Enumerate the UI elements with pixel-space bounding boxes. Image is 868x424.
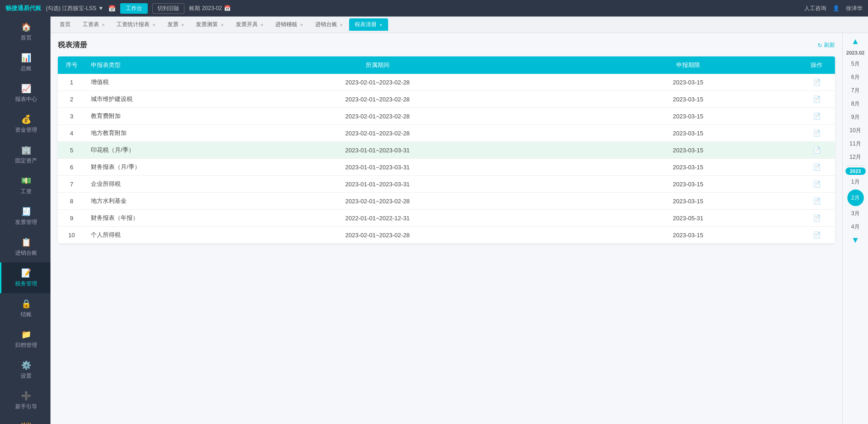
cell-deadline: 2023-05-31 xyxy=(578,210,798,227)
sidebar-item-reports[interactable]: 📈 报表中心 xyxy=(0,78,50,109)
tab-invoice-open-label: 发票开具 xyxy=(236,21,258,28)
content-area: 首页 工资表 × 工资统计报表 × 发票 × 发票测算 × 发票开具 × xyxy=(50,17,868,424)
cell-actions[interactable]: 📄 xyxy=(798,142,835,159)
tab-invoice-calc-label: 发票测算 xyxy=(196,21,218,28)
col-period: 所属期间 xyxy=(177,56,578,74)
table-row: 2 城市维护建设税 2023-02-01~2023-02-28 2023-03-… xyxy=(58,91,835,108)
sidebar-item-invoices[interactable]: 🧾 发票管理 xyxy=(0,201,50,232)
table-row: 5 印花税（月/季） 2023-01-01~2023-03-31 2023-03… xyxy=(58,142,835,159)
company-dropdown-icon[interactable]: ▼ xyxy=(98,5,104,11)
cell-actions[interactable]: 📄 xyxy=(798,108,835,125)
tab-sales-check[interactable]: 进销稽核 × xyxy=(270,18,308,31)
table-row: 7 企业所得税 2023-01-01~2023-03-31 2023-03-15… xyxy=(58,176,835,193)
action-icon[interactable]: 📄 xyxy=(813,78,821,86)
action-icon[interactable]: 📄 xyxy=(813,180,821,188)
page-title: 税表清册 xyxy=(58,40,87,50)
ai-consult[interactable]: 人工咨询 xyxy=(804,5,826,12)
sidebar-label-invoices: 发票管理 xyxy=(15,218,37,226)
cell-period: 2023-02-01~2023-02-28 xyxy=(177,108,578,125)
cell-period: 2023-02-01~2023-02-28 xyxy=(177,227,578,244)
picker-month-10[interactable]: 10月 xyxy=(846,124,866,137)
sidebar-item-tax[interactable]: 📝 税务管理 xyxy=(0,262,50,293)
action-icon[interactable]: 📄 xyxy=(813,112,821,120)
sidebar-item-wages[interactable]: 💵 工资 xyxy=(0,170,50,201)
action-icon[interactable]: 📄 xyxy=(813,95,821,103)
tab-tax-register-label: 税表清册 xyxy=(355,21,377,28)
sidebar-item-sales-purchase[interactable]: 📋 进销台账 xyxy=(0,232,50,262)
cell-actions[interactable]: 📄 xyxy=(798,91,835,108)
cell-actions[interactable]: 📄 xyxy=(798,74,835,91)
picker-chevron-down[interactable]: ▼ xyxy=(850,234,862,247)
action-icon[interactable]: 📄 xyxy=(813,197,821,205)
member-icon: 👑 xyxy=(21,422,31,424)
sales-purchase-icon: 📋 xyxy=(21,237,31,247)
picker-2023-month-4[interactable]: 4月 xyxy=(846,221,866,233)
picker-2023-month-1[interactable]: 1月 xyxy=(846,176,866,188)
picker-month-12[interactable]: 12月 xyxy=(846,151,866,163)
company-selector[interactable]: (勾选) 江西腺宝-LSS ▼ xyxy=(46,5,104,12)
sidebar-item-funds[interactable]: 💰 资金管理 xyxy=(0,109,50,139)
sidebar-item-fixed-assets[interactable]: 🏢 固定资产 xyxy=(0,139,50,170)
picker-chevron-up[interactable]: ▲ xyxy=(850,35,862,48)
picker-month-6[interactable]: 6月 xyxy=(846,71,866,84)
tab-invoice-open-close[interactable]: × xyxy=(261,22,263,28)
sidebar-label-funds: 资金管理 xyxy=(15,126,37,134)
sidebar-item-guide[interactable]: ➕ 新手引导 xyxy=(0,385,50,416)
sidebar-label-sales-purchase: 进销台账 xyxy=(15,249,37,257)
action-icon[interactable]: 📄 xyxy=(813,231,821,239)
sidebar-item-home[interactable]: 🏠 首页 xyxy=(0,17,50,47)
tab-invoice[interactable]: 发票 × xyxy=(162,18,189,31)
tab-wages-stats-close[interactable]: × xyxy=(152,22,155,28)
picker-2023-month-2[interactable]: 2月 xyxy=(847,190,864,206)
sidebar-label-archive: 归档管理 xyxy=(15,341,37,349)
cell-actions[interactable]: 📄 xyxy=(798,227,835,244)
tab-home[interactable]: 首页 xyxy=(54,18,76,31)
workbench-button[interactable]: 工作台 xyxy=(120,3,148,14)
tab-invoice-calc-close[interactable]: × xyxy=(221,22,223,28)
top-bar: 畅捷通易代账 (勾选) 江西腺宝-LSS ▼ 📅 工作台 切到旧版 账期 202… xyxy=(0,0,868,17)
tab-wages-table-close[interactable]: × xyxy=(102,22,105,28)
main-panel: 税表清册 ↻ 刷新 序号 申报表类型 所属期间 申报期限 操作 xyxy=(50,33,842,424)
cell-period: 2023-02-01~2023-02-28 xyxy=(177,125,578,142)
picker-month-11[interactable]: 11月 xyxy=(846,138,866,150)
tab-sales-check-label: 进销稽核 xyxy=(275,21,297,28)
cell-actions[interactable]: 📄 xyxy=(798,193,835,210)
user-avatar: 👤 xyxy=(833,5,840,11)
tab-invoice-calc[interactable]: 发票测算 × xyxy=(190,18,229,31)
cell-seq: 10 xyxy=(58,227,85,244)
tab-sales-ledger-close[interactable]: × xyxy=(340,22,343,28)
picker-divider xyxy=(846,165,866,166)
switch-old-button[interactable]: 切到旧版 xyxy=(152,3,184,14)
action-icon[interactable]: 📄 xyxy=(813,214,821,222)
sidebar-item-archive[interactable]: 📁 归档管理 xyxy=(0,324,50,355)
refresh-button[interactable]: ↻ 刷新 xyxy=(818,41,835,49)
picker-month-9[interactable]: 9月 xyxy=(846,111,866,123)
tab-invoice-open[interactable]: 发票开具 × xyxy=(230,18,269,31)
tab-tax-register-close[interactable]: × xyxy=(379,22,382,28)
action-icon[interactable]: 📄 xyxy=(813,163,821,171)
sidebar-item-member[interactable]: 👑 畅会员 xyxy=(0,416,50,424)
picker-month-5[interactable]: 5月 xyxy=(846,58,866,70)
tab-invoice-label: 发票 xyxy=(167,21,178,28)
tab-tax-register[interactable]: 税表清册 × xyxy=(349,18,388,31)
sidebar-item-ledger[interactable]: 📊 总账 xyxy=(0,47,50,78)
action-icon[interactable]: 📄 xyxy=(813,146,821,154)
tab-wages-table[interactable]: 工资表 × xyxy=(77,18,110,31)
picker-month-7[interactable]: 7月 xyxy=(846,84,866,97)
tab-sales-check-close[interactable]: × xyxy=(300,22,303,28)
action-icon[interactable]: 📄 xyxy=(813,129,821,137)
sidebar-item-settings[interactable]: ⚙️ 设置 xyxy=(0,355,50,385)
tab-wages-stats[interactable]: 工资统计报表 × xyxy=(111,18,161,31)
tab-invoice-close[interactable]: × xyxy=(181,22,184,28)
cell-deadline: 2023-03-15 xyxy=(578,227,798,244)
cell-actions[interactable]: 📄 xyxy=(798,210,835,227)
sidebar-label-home: 首页 xyxy=(21,34,32,42)
sidebar-item-closing[interactable]: 🔒 结账 xyxy=(0,293,50,324)
picker-month-8[interactable]: 8月 xyxy=(846,98,866,110)
period-calendar-icon[interactable]: 📅 xyxy=(224,5,231,11)
tab-sales-ledger[interactable]: 进销台账 × xyxy=(310,18,348,31)
cell-actions[interactable]: 📄 xyxy=(798,159,835,176)
cell-actions[interactable]: 📄 xyxy=(798,176,835,193)
cell-actions[interactable]: 📄 xyxy=(798,125,835,142)
picker-2023-month-3[interactable]: 3月 xyxy=(846,207,866,220)
